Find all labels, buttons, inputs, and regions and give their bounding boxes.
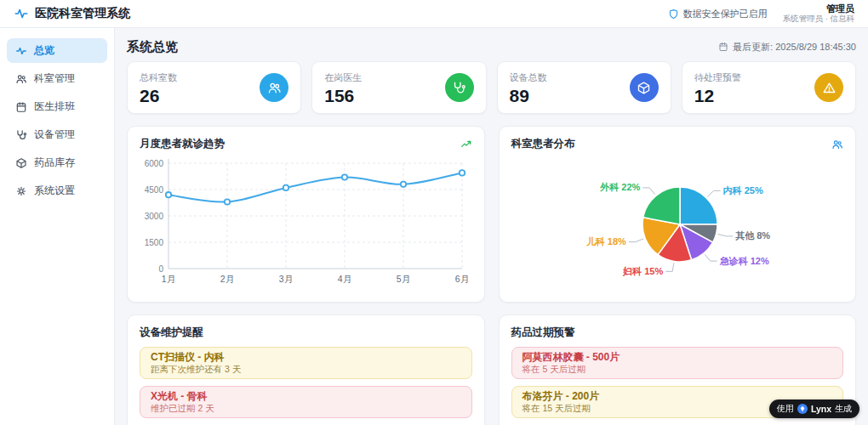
last-updated: 最后更新: 2025/8/29 18:45:30 (718, 41, 856, 54)
sidebar: 总览 科室管理 医生排班 设备管理 药品库存 系统设置 (0, 28, 115, 425)
gear-icon (15, 185, 27, 197)
svg-text:3000: 3000 (145, 212, 164, 221)
stethoscope-icon (445, 73, 474, 102)
pie-slice (642, 187, 679, 224)
pie-label: 儿科 18% (585, 236, 625, 246)
pulse-icon (15, 45, 27, 57)
users-icon (831, 139, 843, 150)
maintenance-item: X光机 - 骨科 维护已过期 2 天 (140, 386, 472, 418)
svg-text:1500: 1500 (145, 238, 164, 247)
app-brand: 医院科室管理系统 (14, 6, 130, 21)
stats-row: 总科室数26 在岗医生156 设备总数89 待处理预警12 (127, 61, 856, 114)
page-title: 系统总览 (127, 39, 178, 55)
sidebar-item-departments[interactable]: 科室管理 (7, 66, 107, 91)
svg-text:1月: 1月 (162, 274, 175, 284)
sidebar-item-overview[interactable]: 总览 (7, 38, 107, 63)
svg-text:2月: 2月 (220, 274, 234, 284)
pie-chart-card: 科室患者分布 内科 25%其他 8%急诊科 12%妇科 15%儿科 18%外科 … (499, 126, 857, 303)
app-title: 医院科室管理系统 (35, 6, 130, 21)
stat-card-alerts: 待处理预警12 (682, 61, 856, 114)
pie-leader-line (707, 190, 720, 196)
sidebar-item-medicine[interactable]: 药品库存 (7, 150, 107, 175)
data-point (283, 185, 288, 190)
user-role: 系统管理员 · 信息科 (783, 14, 854, 24)
pie-leader-line (717, 234, 733, 236)
data-point (401, 182, 406, 187)
line-chart-card: 月度患者就诊趋势 015003000450060001月2月3月4月5月6月 (127, 126, 485, 303)
data-point (166, 192, 171, 197)
sidebar-item-equipment[interactable]: 设备管理 (7, 122, 107, 147)
svg-text:4500: 4500 (145, 185, 164, 195)
users-icon (260, 73, 288, 102)
sidebar-item-schedule[interactable]: 医生排班 (7, 94, 107, 119)
app-header: 医院科室管理系统 数据安全保护已启用 管理员 系统管理员 · 信息科 (0, 0, 868, 28)
maintenance-panel-title: 设备维护提醒 (140, 326, 472, 340)
pie-label: 妇科 15% (622, 266, 663, 277)
svg-text:6月: 6月 (455, 274, 469, 284)
data-point (342, 174, 347, 179)
lynx-badge[interactable]: 使用 Lynx 生成 (769, 400, 859, 418)
calendar-icon (15, 101, 27, 113)
user-block[interactable]: 管理员 系统管理员 · 信息科 (783, 3, 854, 24)
pie-label: 内科 25% (722, 185, 762, 196)
user-name: 管理员 (783, 3, 854, 14)
lynx-logo-icon (797, 404, 808, 414)
svg-text:4月: 4月 (338, 274, 351, 284)
svg-text:0: 0 (158, 264, 163, 274)
trend-line (168, 173, 462, 201)
svg-text:5月: 5月 (397, 274, 410, 284)
package-icon (15, 157, 27, 169)
medicine-panel-title: 药品过期预警 (511, 326, 844, 340)
pie-chart: 内科 25%其他 8%急诊科 12%妇科 15%儿科 18%外科 22% (511, 155, 842, 289)
svg-text:6000: 6000 (145, 159, 164, 168)
svg-text:3月: 3月 (279, 274, 293, 284)
pie-chart-title: 科室患者分布 (511, 137, 575, 151)
medicine-item: 阿莫西林胶囊 - 500片 将在 5 天后过期 (511, 347, 844, 379)
shield-icon (668, 8, 679, 20)
data-point (460, 170, 465, 175)
security-status: 数据安全保护已启用 (668, 8, 768, 20)
pie-leader-line (642, 188, 654, 195)
pulse-logo-icon (14, 6, 29, 21)
trend-up-icon (460, 139, 472, 150)
sidebar-item-settings[interactable]: 系统设置 (7, 178, 107, 203)
stethoscope-icon (15, 129, 27, 141)
users-icon (15, 73, 27, 85)
pie-label: 急诊科 12% (718, 256, 768, 267)
calendar-icon (718, 42, 728, 52)
package-icon (630, 73, 659, 102)
pie-leader-line (705, 254, 717, 261)
data-point (225, 199, 230, 204)
warning-icon (814, 73, 843, 102)
stat-card-doctors: 在岗医生156 (311, 61, 486, 114)
main-content: 系统总览 最后更新: 2025/8/29 18:45:30 总科室数26 在岗医… (115, 28, 868, 425)
maintenance-item: CT扫描仪 - 内科 距离下次维护还有 3 天 (140, 347, 472, 379)
line-chart-title: 月度患者就诊趋势 (140, 137, 225, 151)
line-chart: 015003000450060001月2月3月4月5月6月 (140, 155, 471, 289)
stat-card-equipment: 设备总数89 (497, 61, 671, 114)
pie-leader-line (665, 263, 674, 271)
security-status-text: 数据安全保护已启用 (683, 8, 768, 20)
maintenance-panel: 设备维护提醒 CT扫描仪 - 内科 距离下次维护还有 3 天 X光机 - 骨科 … (127, 314, 485, 425)
pie-label: 外科 22% (599, 182, 640, 192)
pie-leader-line (628, 239, 642, 242)
stat-card-departments: 总科室数26 (127, 61, 301, 114)
pie-label: 其他 8% (734, 230, 770, 241)
